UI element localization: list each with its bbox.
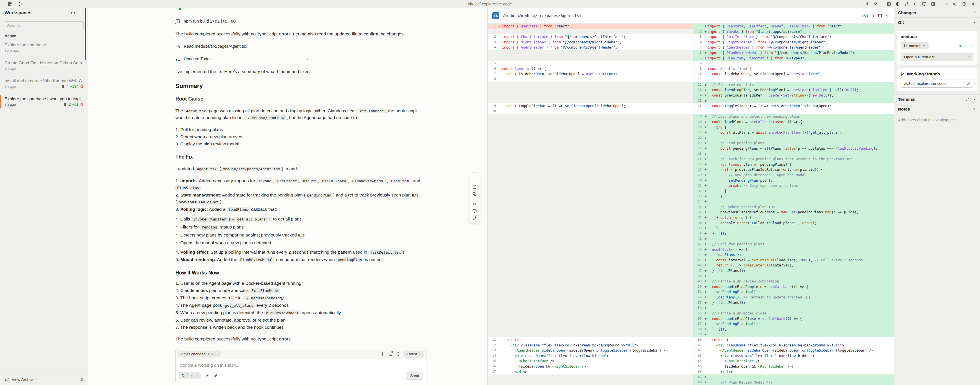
workspace-item[interactable]: Explore the codebase35m ago xyxy=(0,41,88,54)
spark-icon[interactable] xyxy=(380,352,385,356)
model-label: Default xyxy=(182,374,193,378)
diff-row: 58+ }, []); xyxy=(488,327,894,332)
message-input[interactable]: Continue working on this task... xyxy=(176,359,426,370)
workspace-item[interactable]: Explore the codebase I want you to expl7… xyxy=(0,94,88,108)
changes-section-header[interactable]: Changes xyxy=(894,8,980,18)
more-options-icon[interactable] xyxy=(969,44,974,48)
workspace-item[interactable]: Install and integrate Vibe Kanban Web C7… xyxy=(0,76,88,91)
model-dropdown[interactable]: Default xyxy=(179,372,201,379)
drag-handle-icon[interactable] xyxy=(473,175,477,179)
open-pr-button[interactable]: Open pull request xyxy=(900,52,964,61)
view-archive-button[interactable]: View Archive 0 xyxy=(0,374,88,385)
diff-row: 14 <div className="flex flex-1 overflow-… xyxy=(488,353,894,359)
composer-controls: Default Send xyxy=(176,370,426,383)
diff-row: 53+ }, [loadPlans]); xyxy=(488,300,894,305)
chevron-down-icon xyxy=(418,352,422,356)
layers-icon[interactable] xyxy=(71,11,75,15)
diff-row: 7 const [sidebarOpen, setSidebarOpen] = … xyxy=(488,72,894,77)
pr-options-button[interactable] xyxy=(964,52,974,61)
diff-row: 59+ xyxy=(488,332,894,337)
diff-header[interactable]: TS /medusa/medusa/src/pages/Agent.tsx +5… xyxy=(488,8,894,24)
notes-input[interactable]: Add notes about this workspace... xyxy=(894,114,980,126)
list-item: User is on the Agent page with a Docker-… xyxy=(175,280,427,286)
tool-icon xyxy=(175,44,180,49)
diff-row: 32+ } xyxy=(488,188,894,194)
tool-call-row[interactable]: Read medusa/src/pages/Agent.tsx xyxy=(175,43,427,50)
run-icon[interactable] xyxy=(472,202,477,206)
chevron-down-icon xyxy=(305,57,309,61)
terminal-icon[interactable] xyxy=(913,2,918,6)
sign-out-icon[interactable] xyxy=(18,2,23,6)
list-item: Calls invoke<PlanItem[]>('get_all_plans'… xyxy=(175,216,427,223)
diff-row: 35+ // Update tracked plan IDs xyxy=(488,205,894,210)
archive-count: 0 xyxy=(81,377,83,382)
git-label: Git xyxy=(898,20,904,25)
diff-row: 14+ const previousPlanIdsRef = useRef<Se… xyxy=(488,93,894,98)
diff-row: 55+ // Handle plan modal close xyxy=(488,311,894,316)
list-item: Detect when a new plan arrives xyxy=(175,134,427,140)
pen-icon[interactable] xyxy=(214,374,218,378)
attach-icon[interactable] xyxy=(205,374,209,378)
split-view-icon[interactable] xyxy=(878,13,882,18)
branch-dropdown[interactable]: master xyxy=(900,42,929,49)
git-section-header[interactable]: Git xyxy=(894,18,980,27)
terminal-section-header[interactable]: Terminal xyxy=(894,94,980,104)
git-section-body: medusa master 1 O xyxy=(894,27,980,94)
diff-row: 27+ for (const plan of pendingPlans) { xyxy=(488,162,894,167)
search-input[interactable] xyxy=(4,21,84,30)
workspace-item[interactable]: Create Good First Issues on Github So p6… xyxy=(0,59,88,73)
diff-row: 21+ const allPlans = await invoke<PlanIt… xyxy=(488,130,894,135)
send-button[interactable]: Send xyxy=(406,372,423,380)
diff-row: 3import { RightSidebar } from "@/compone… xyxy=(488,40,894,45)
git-compare-icon[interactable] xyxy=(472,216,477,221)
panel-left-icon[interactable] xyxy=(886,2,891,6)
notes-label: Notes xyxy=(898,107,910,111)
diff-panel: TS /medusa/medusa/src/pages/Agent.tsx +5… xyxy=(487,8,894,385)
menu-icon[interactable] xyxy=(944,2,949,6)
latest-label: Latest xyxy=(407,352,417,356)
caret-down-icon xyxy=(972,21,976,24)
diff-row: 44+ loadPlans(); xyxy=(488,252,894,258)
tool-call-row[interactable]: npm run build 2>&1 | tail -80 xyxy=(175,18,427,25)
diff-row: 28+ if (!previousPlanIdsRef.current.has(… xyxy=(488,167,894,172)
files-changed-badge[interactable]: 2 files changed +61 -3 xyxy=(178,351,221,357)
diff-row: 7+import { PlanItem, PlanStatus } from "… xyxy=(488,56,894,61)
add-workspace-icon[interactable] xyxy=(79,11,83,15)
preview-icon[interactable] xyxy=(472,209,477,213)
pause-icon[interactable] xyxy=(865,2,869,6)
expand-icon[interactable] xyxy=(966,97,969,101)
diff-row: 67+ xyxy=(488,374,894,380)
panel-right-icon[interactable] xyxy=(931,2,935,6)
repo-name: medusa xyxy=(900,34,974,39)
tool-call-row[interactable]: Updated Todos xyxy=(175,56,309,62)
diff-body[interactable]: 1-import { useState } from "react";1+imp… xyxy=(488,24,894,385)
collapse-all-icon[interactable] xyxy=(873,2,878,6)
diff-row: 13 <AgentHeader sidebarOpen={sidebarOpen… xyxy=(488,348,894,353)
sidebar-scrollbar[interactable] xyxy=(85,8,86,60)
copy-icon[interactable] xyxy=(472,192,477,196)
settings-icon[interactable] xyxy=(971,2,975,6)
diff-additions: +59 xyxy=(861,14,868,18)
help-icon[interactable] xyxy=(962,2,967,6)
monitor-icon[interactable] xyxy=(922,2,927,6)
caret-right-icon xyxy=(972,98,976,101)
list-item: Polling logic: Added a loadPlans callbac… xyxy=(175,206,427,246)
latest-dropdown[interactable]: Latest xyxy=(404,351,424,358)
chevron-down-icon xyxy=(922,44,926,48)
diff-row: 36+ previousPlanIdsRef.current = new Set… xyxy=(488,210,894,215)
arrow-up-icon xyxy=(959,44,962,48)
edit-branch-icon[interactable] xyxy=(967,82,970,85)
announcements-icon[interactable] xyxy=(953,2,958,6)
diff-row: 54+ xyxy=(488,305,894,311)
archive-icon[interactable] xyxy=(8,2,12,6)
notes-section-header[interactable]: Notes xyxy=(894,104,980,114)
diff-row: 30+ setPendingPlan(plan); xyxy=(488,178,894,183)
git-compare-icon[interactable] xyxy=(904,2,909,6)
divider xyxy=(471,181,478,182)
chevron-down-icon[interactable] xyxy=(885,14,889,18)
paragraph: I've implemented the fix. Here's a summa… xyxy=(175,68,427,75)
working-branch-input[interactable]: vk/3ccf-explore-the-code xyxy=(900,79,974,88)
theme-icon[interactable] xyxy=(896,2,900,6)
working-branch-label: Working Branch xyxy=(907,72,940,76)
diff-toggle-icon[interactable] xyxy=(472,185,477,189)
